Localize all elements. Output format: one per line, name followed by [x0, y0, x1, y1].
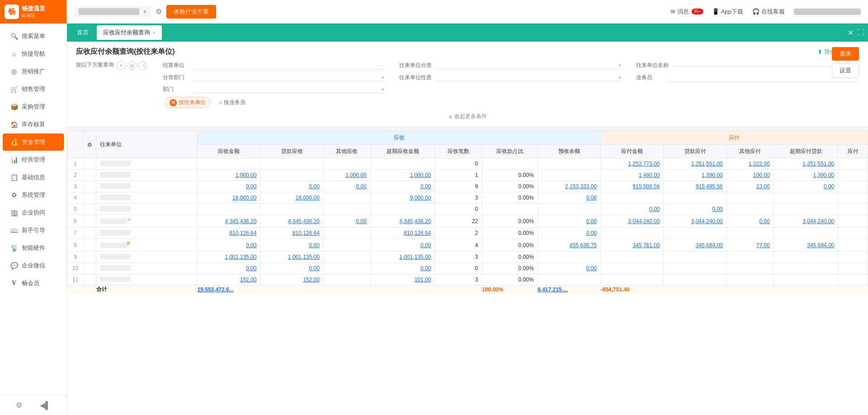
row-ar_amount[interactable]: 810,126.64: [198, 228, 260, 239]
messages-btn[interactable]: ✉ 消息 99+: [670, 8, 703, 16]
row-ar_overdue[interactable]: 1,000.00: [370, 170, 434, 181]
sidebar-item-guide[interactable]: 📖 新手引导: [3, 222, 64, 239]
row-ap_overdue[interactable]: 3,044,240.00: [774, 215, 838, 228]
sidebar-item-search[interactable]: 🔍 搜索菜单: [3, 28, 64, 45]
sidebar-item-operations[interactable]: 📊 经营管理: [3, 151, 64, 168]
row-ar_overdue[interactable]: 4,345,436.20: [370, 215, 434, 228]
sidebar-item-finance[interactable]: 💰 资金管理: [3, 134, 64, 151]
row-ar_overdue[interactable]: 0.00: [370, 181, 434, 192]
row-ar_overdue[interactable]: 0.00: [370, 239, 434, 252]
row-ar_loan[interactable]: 0.00: [260, 239, 323, 252]
dept-input[interactable]: ▾: [193, 74, 386, 81]
row-pre_receipt[interactable]: 0.00: [538, 228, 600, 239]
scheme-salesperson-btn[interactable]: ○ 按业务员: [214, 97, 250, 108]
subdept-input[interactable]: ▾: [193, 86, 386, 93]
row-ar_loan[interactable]: 0.00: [260, 181, 323, 192]
row-ar_other[interactable]: 0.00: [323, 215, 370, 228]
row-ap_loan[interactable]: 0.00: [664, 204, 726, 215]
row-ar_overdue[interactable]: 101.00: [370, 274, 434, 286]
row-ar_other[interactable]: 1,000.00: [323, 170, 370, 181]
set-btn[interactable]: 设置: [832, 63, 859, 78]
row-ap_other[interactable]: 13.00: [726, 181, 774, 192]
settings-footer-btn[interactable]: ⚙: [16, 401, 22, 410]
row-pre_receipt[interactable]: 0.00: [538, 263, 600, 274]
row-ap_loan[interactable]: 345,684.00: [664, 239, 726, 252]
row-ar_overdue[interactable]: 9,000.00: [370, 192, 434, 204]
tab-close-btn[interactable]: ×: [153, 30, 156, 35]
trial-btn[interactable]: 体验行业方案: [166, 5, 216, 19]
row-pre_receipt[interactable]: 0.00: [538, 215, 600, 228]
company-name[interactable]: ████████ ▾: [74, 6, 151, 17]
sidebar-item-enterprise[interactable]: 🏢 企业协同: [3, 204, 64, 221]
filter-collapse-btn[interactable]: 《: [138, 61, 147, 70]
table-wrap[interactable]: ⚙ 往来单位 应收 应付 应收金额 贷款应收 其他应收 超期应收金额 应收笔数 …: [67, 131, 868, 415]
row-ar_amount[interactable]: 152.00: [198, 274, 260, 286]
row-pre_receipt[interactable]: 2,153,333.00: [538, 181, 600, 192]
sidebar-item-purchase[interactable]: 📦 采购管理: [3, 98, 64, 115]
row-ap_overdue[interactable]: 0.00: [774, 181, 838, 192]
tab-home[interactable]: 首页: [71, 25, 95, 40]
topbar-settings-icon[interactable]: ⚙: [156, 7, 162, 16]
partner-name-input[interactable]: [672, 64, 859, 67]
row-ar_amount[interactable]: 1,001,135.00: [198, 252, 260, 263]
filter-add-btn[interactable]: +: [117, 61, 126, 70]
row-ar_overdue[interactable]: 810,126.64: [370, 228, 434, 239]
query-btn[interactable]: 查询: [832, 47, 859, 61]
sidebar-item-inventory[interactable]: 🏠 库存核算: [3, 116, 64, 133]
row-ap_other[interactable]: 77.00: [726, 239, 774, 252]
row-ar_loan[interactable]: 1,001,135.00: [260, 252, 323, 263]
row-ap_amount[interactable]: 1,490.00: [601, 170, 664, 181]
partner-category-input[interactable]: ▾: [435, 62, 622, 69]
row-pre_receipt[interactable]: 655,636.75: [538, 239, 600, 252]
row-ar_amount[interactable]: 0.00: [198, 181, 260, 192]
row-ap_amount[interactable]: 0.00: [601, 204, 664, 215]
row-ar_loan[interactable]: 810,126.64: [260, 228, 323, 239]
row-ar_loan[interactable]: 4,345,436.20: [260, 215, 323, 228]
row-ap_other[interactable]: 1,222.00: [726, 158, 774, 170]
row-ap_loan[interactable]: 915,495.56: [664, 181, 726, 192]
row-ap_overdue[interactable]: 1,251,551.00: [774, 158, 838, 170]
row-ar_loan[interactable]: 0.00: [260, 263, 323, 274]
row-ar_overdue[interactable]: 0.00: [370, 263, 434, 274]
row-ap_overdue[interactable]: 345,684.00: [774, 239, 838, 252]
row-ap_other[interactable]: 100.00: [726, 170, 774, 181]
row-ap_overdue[interactable]: 1,390.00: [774, 170, 838, 181]
maximize-btn[interactable]: ⛶: [857, 29, 864, 37]
row-ar_amount[interactable]: 1,000.00: [198, 170, 260, 181]
row-ar_loan[interactable]: 152.00: [260, 274, 323, 286]
filter-target-btn[interactable]: ◎: [127, 61, 137, 70]
sidebar-item-marketing[interactable]: ◎ 营销推广: [3, 63, 64, 80]
sidebar-item-system[interactable]: ⚙ 系统管理: [3, 186, 64, 204]
sidebar-item-quick-nav[interactable]: ⌂ 快捷导航: [3, 45, 64, 62]
row-ar_amount[interactable]: 0.00: [198, 239, 260, 252]
row-pre_receipt[interactable]: 0.00: [538, 192, 600, 204]
row-ar_loan[interactable]: 18,000.00: [260, 192, 323, 204]
tab-active[interactable]: 应收应付余额查询 ×: [97, 25, 162, 40]
row-ap_amount[interactable]: 915,508.56: [601, 181, 664, 192]
row-ap_loan[interactable]: 1,251,551.00: [664, 158, 726, 170]
row-ap_other[interactable]: 0.00: [726, 215, 774, 228]
close-window-btn[interactable]: ✕: [848, 29, 854, 37]
sidebar-item-wechat[interactable]: 💬 企业微信: [3, 257, 64, 274]
partner-type-input[interactable]: ▾: [435, 74, 622, 81]
row-ar_overdue[interactable]: 1,001,135.00: [370, 252, 434, 263]
app-download-btn[interactable]: 📱 App下载: [712, 8, 743, 16]
row-ar_other[interactable]: 0.00: [323, 181, 370, 192]
settlement-unit-input[interactable]: ···: [193, 61, 386, 70]
collapse-more-btn[interactable]: ∧ 收起更多条件: [448, 113, 487, 120]
row-ap_loan[interactable]: 3,044,240.00: [664, 215, 726, 228]
row-ar_amount[interactable]: 18,000.00: [198, 192, 260, 204]
collapse-sidebar-btn[interactable]: ◀▌: [40, 401, 50, 410]
col-settings[interactable]: ⚙: [84, 131, 96, 158]
sidebar-item-hardware[interactable]: 📡 智能硬件: [3, 239, 64, 257]
row-ar_amount[interactable]: 0.00: [198, 263, 260, 274]
row-ap_amount[interactable]: 1,252,773.00: [601, 158, 664, 170]
customer-service-btn[interactable]: 🎧 在线客服: [752, 8, 785, 16]
scheme-partner-btn[interactable]: 畅 按往来单位: [165, 97, 211, 108]
row-ap_amount[interactable]: 345,761.00: [601, 239, 664, 252]
row-ap_amount[interactable]: 3,044,240.00: [601, 215, 664, 228]
sidebar-item-member[interactable]: V 畅会员: [3, 275, 64, 292]
sidebar-item-basic[interactable]: 📋 基础信息: [3, 169, 64, 186]
row-ap_loan[interactable]: 1,390.00: [664, 170, 726, 181]
row-ar_amount[interactable]: 4,345,436.20: [198, 215, 260, 228]
